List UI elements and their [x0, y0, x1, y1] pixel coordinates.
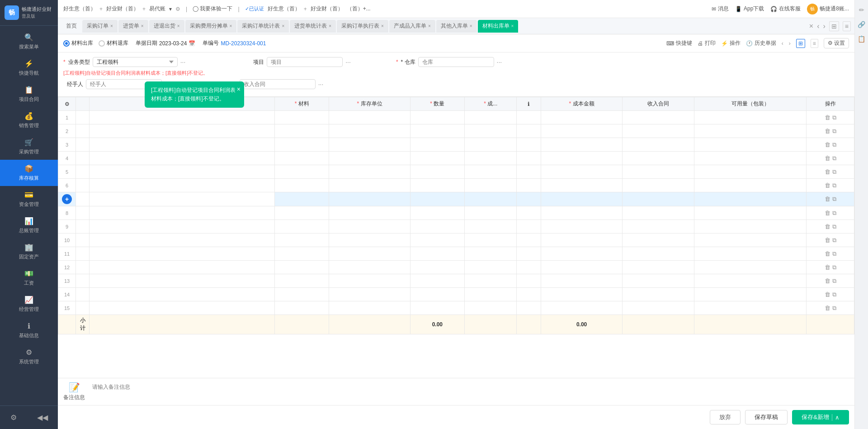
tab-close-icon[interactable]: × [141, 24, 144, 29]
tab-close-icon[interactable]: × [230, 24, 232, 29]
delete-icon[interactable]: 🗑 [825, 264, 830, 271]
online-service-btn[interactable]: 🎧 在线客服 [770, 5, 801, 13]
operation-btn[interactable]: ⚡ 操作 [721, 39, 741, 47]
header-nav-prev[interactable]: ‹ [782, 40, 783, 47]
tab-in-stats[interactable]: 进货单统计表 × [290, 20, 336, 33]
tab-close-icon[interactable]: × [110, 24, 113, 29]
delete-icon[interactable]: 🗑 [825, 182, 830, 189]
copy-icon[interactable]: ⧉ [832, 195, 836, 203]
topnav-item-2[interactable]: 好业财（首） [106, 5, 139, 13]
delete-icon[interactable]: 🗑 [825, 210, 830, 217]
user-menu[interactable]: 畅 畅捷通8账... [807, 4, 849, 14]
memo-input[interactable] [90, 382, 849, 392]
sidebar-item-basic[interactable]: ℹ 基础信息 [0, 317, 58, 343]
business-type-input[interactable] [93, 57, 178, 67]
tab-home[interactable]: 首页 [61, 20, 81, 33]
app-download-btn[interactable]: 📱 App下载 [735, 5, 764, 13]
tab-close-icon[interactable]: × [282, 24, 284, 29]
tab-purchase-stats[interactable]: 采购订单统计表 × [237, 20, 289, 33]
copy-icon[interactable]: ⧉ [832, 305, 836, 312]
tab-purchase-in[interactable]: 进货单 × [118, 20, 148, 33]
topnav-item-4[interactable]: 好生意（首） [268, 5, 300, 13]
sidebar-item-purchase[interactable]: 🛒 采购管理 [0, 133, 58, 160]
tab-close-all-icon[interactable]: × [809, 22, 813, 30]
delete-icon[interactable]: 🗑 [825, 305, 830, 312]
table-container[interactable]: ⚙ * 项目 * 材料 * 库存单位 * 数量 * 成... ℹ * 成本金额 … [58, 97, 854, 378]
copy-icon[interactable]: ⧉ [832, 291, 836, 298]
income-contract-input[interactable] [240, 79, 316, 89]
tab-close-icon[interactable]: × [177, 24, 180, 29]
history-btn[interactable]: 🕐 历史单据 [746, 39, 776, 47]
delete-icon[interactable]: 🗑 [825, 250, 830, 257]
project-dots[interactable]: ··· [345, 58, 351, 66]
delete-icon[interactable]: 🗑 [825, 114, 830, 121]
delete-icon[interactable]: 🗑 [825, 141, 830, 148]
panel-link-icon[interactable]: 🔗 [856, 19, 867, 30]
tab-return[interactable]: 进退出货 × [149, 20, 184, 33]
sidebar-item-sales[interactable]: 💰 销售管理 [0, 107, 58, 133]
copy-icon[interactable]: ⧉ [832, 210, 836, 217]
th-settings[interactable]: ⚙ [58, 97, 76, 111]
calendar-icon[interactable]: 📅 [189, 40, 195, 47]
tab-close-icon[interactable]: × [470, 24, 472, 29]
delete-icon[interactable]: 🗑 [825, 223, 830, 230]
tab-close-icon[interactable]: × [428, 24, 431, 29]
tab-nav-prev[interactable]: ‹ [817, 22, 819, 30]
topnav-item-1[interactable]: 好生意（首） [63, 5, 96, 13]
sidebar-item-nav[interactable]: ⚡ 快捷导航 [0, 55, 58, 81]
topnav-item-5[interactable]: 好业财（首） [311, 5, 343, 13]
header-nav-next[interactable]: › [789, 40, 791, 47]
tab-grid-view[interactable]: ⊞ [829, 21, 839, 31]
delete-icon[interactable]: 🗑 [825, 155, 830, 162]
active-cell-1[interactable] [80, 196, 85, 202]
copy-icon[interactable]: ⧉ [832, 168, 836, 176]
tab-expense[interactable]: 采购费用分摊单 × [185, 20, 237, 33]
topnav-settings-icon[interactable]: ⚙ [175, 6, 180, 12]
topnav-item-6[interactable]: （首）+... [347, 5, 371, 13]
delete-icon[interactable]: 🗑 [825, 237, 830, 244]
income-contract-dots[interactable]: ··· [318, 81, 324, 88]
sidebar-item-inventory[interactable]: 📦 库存核算 [0, 160, 58, 186]
tab-close-icon[interactable]: × [381, 24, 384, 29]
topnav-item-3[interactable]: 易代账 [149, 5, 165, 13]
copy-icon[interactable]: ⧉ [832, 277, 836, 285]
tab-list-view[interactable]: ≡ [843, 21, 851, 31]
header-list-view[interactable]: ≡ [811, 39, 818, 48]
delete-icon[interactable]: 🗑 [825, 168, 830, 176]
panel-table-icon[interactable]: 📋 [856, 33, 867, 44]
tab-execution[interactable]: 采购订单执行表 × [337, 20, 388, 33]
topnav-dropdown-btn[interactable]: ▾ [169, 6, 172, 12]
copy-icon[interactable]: ⧉ [832, 155, 836, 162]
shortcut-btn[interactable]: ⌨ 快捷键 [666, 39, 692, 47]
warehouse-input[interactable] [418, 57, 494, 67]
sidebar-item-salary[interactable]: 💵 工资 [0, 265, 58, 291]
message-btn[interactable]: ✉ 消息 [712, 5, 729, 13]
sidebar-item-search[interactable]: 🔍 搜索菜单 [0, 29, 58, 55]
delete-icon[interactable]: 🗑 [825, 195, 830, 203]
sidebar-item-ledger[interactable]: 📊 总账管理 [0, 212, 58, 238]
sidebar-item-finance[interactable]: 💳 资金管理 [0, 186, 58, 212]
sidebar-collapse-icon[interactable]: ◀◀ [34, 410, 51, 424]
sidebar-item-system[interactable]: ⚙ 系统管理 [0, 343, 58, 370]
sidebar-settings-icon[interactable]: ⚙ [8, 410, 19, 424]
copy-icon[interactable]: ⧉ [832, 223, 836, 230]
copy-icon[interactable]: ⧉ [832, 114, 836, 121]
discard-btn[interactable]: 放弃 [710, 410, 741, 424]
tab-material-out[interactable]: 材料出库单 × [478, 20, 519, 33]
print-btn[interactable]: 🖨 打印 [698, 39, 716, 47]
copy-icon[interactable]: ⧉ [832, 128, 836, 135]
delete-icon[interactable]: 🗑 [825, 291, 830, 298]
delete-icon[interactable]: 🗑 [825, 128, 830, 135]
radio-material-return[interactable]: 材料退库 [99, 39, 128, 47]
doc-settings-btn[interactable]: ⚙ 设置 [824, 38, 849, 48]
panel-edit-icon[interactable]: ✏ [857, 5, 866, 15]
tab-close-icon[interactable]: × [329, 24, 331, 29]
copy-icon[interactable]: ⧉ [832, 182, 836, 189]
save-new-btn[interactable]: 保存&新增 ∧ [792, 410, 849, 424]
sidebar-item-business[interactable]: 📈 经营管理 [0, 291, 58, 317]
tab-product-in[interactable]: 产成品入库单 × [389, 20, 435, 33]
save-new-dropdown-icon[interactable]: ∧ [832, 414, 840, 421]
tooltip-close-btn[interactable]: × [237, 84, 241, 94]
copy-icon[interactable]: ⧉ [832, 141, 836, 148]
sidebar-item-assets[interactable]: 🏢 固定资产 [0, 238, 58, 265]
